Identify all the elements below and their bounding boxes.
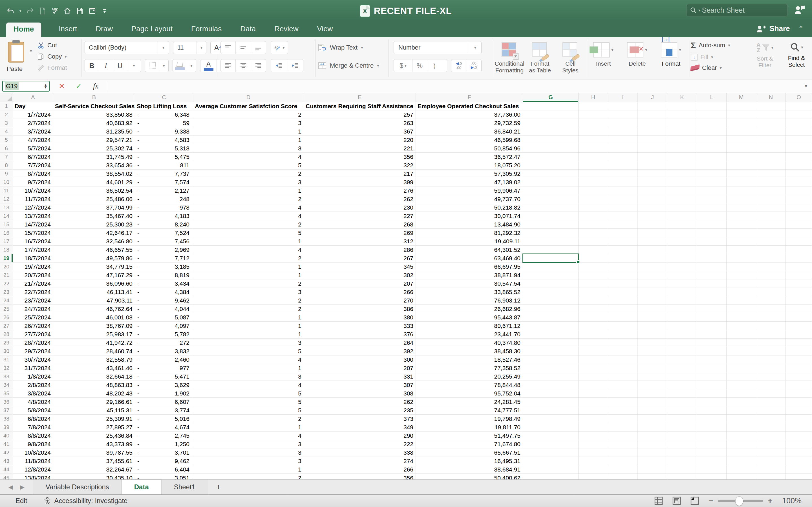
row-header-26[interactable]: 26 xyxy=(0,313,13,322)
cell-J17[interactable] xyxy=(638,237,667,245)
cell-F5[interactable]: 46,599.68 xyxy=(416,136,523,144)
cell-N26[interactable] xyxy=(756,313,786,322)
cell-J13[interactable] xyxy=(638,203,667,212)
cell-K12[interactable] xyxy=(667,195,697,203)
cell-J19[interactable] xyxy=(638,254,667,263)
row-header-35[interactable]: 35 xyxy=(0,389,13,398)
cell-M3[interactable] xyxy=(726,119,756,127)
cell-I37[interactable] xyxy=(608,406,638,414)
zoom-in-button[interactable]: + xyxy=(767,496,772,506)
cell-D25[interactable]: 2 xyxy=(193,305,304,313)
cell-N9[interactable] xyxy=(756,170,786,178)
cell-C13[interactable]: -978 xyxy=(135,203,193,212)
cell-O22[interactable] xyxy=(786,279,812,288)
cell-I12[interactable] xyxy=(608,195,638,203)
cell-O35[interactable] xyxy=(786,389,812,398)
cell-J41[interactable] xyxy=(638,440,667,448)
cell-E15[interactable]: 268 xyxy=(304,220,416,229)
cell-M22[interactable] xyxy=(726,279,756,288)
cell-L14[interactable] xyxy=(697,212,726,220)
column-header-B[interactable]: B xyxy=(53,93,135,102)
cell-H24[interactable] xyxy=(578,296,608,305)
cell-A25[interactable]: 24/7/2024 xyxy=(13,305,53,313)
cell-A35[interactable]: 3/8/2024 xyxy=(13,389,53,398)
cell-C21[interactable]: -8,819 xyxy=(135,271,193,279)
column-header-G[interactable]: G xyxy=(523,93,578,102)
cell-C12[interactable]: -248 xyxy=(135,195,193,203)
paste-caret-icon[interactable]: ▾ xyxy=(30,48,32,54)
cell-L27[interactable] xyxy=(697,322,726,330)
cell-N27[interactable] xyxy=(756,322,786,330)
cell-H12[interactable] xyxy=(578,195,608,203)
cell-O41[interactable] xyxy=(786,440,812,448)
cell-E6[interactable]: 221 xyxy=(304,144,416,153)
cell-E19[interactable]: 267 xyxy=(304,254,416,263)
cell-I41[interactable] xyxy=(608,440,638,448)
cell-D31[interactable]: 4 xyxy=(193,355,304,364)
cell-I33[interactable] xyxy=(608,372,638,381)
name-box-stepper[interactable]: ▲▼ xyxy=(44,84,47,89)
cell-A7[interactable]: 6/7/2024 xyxy=(13,153,53,161)
cell-M15[interactable] xyxy=(726,220,756,229)
cell-E35[interactable]: 308 xyxy=(304,389,416,398)
cell-A21[interactable]: 20/7/2024 xyxy=(13,271,53,279)
cell-M38[interactable] xyxy=(726,414,756,423)
search-field[interactable] xyxy=(702,6,772,14)
cell-L1[interactable] xyxy=(697,102,726,110)
cell-F30[interactable]: 38,458.30 xyxy=(416,347,523,355)
cell-J38[interactable] xyxy=(638,414,667,423)
cell-K27[interactable] xyxy=(667,322,697,330)
cell-C11[interactable]: -2,127 xyxy=(135,186,193,195)
cell-M28[interactable] xyxy=(726,330,756,339)
cell-J23[interactable] xyxy=(638,288,667,296)
column-header-O[interactable]: O xyxy=(786,93,812,102)
cell-A2[interactable]: 1/7/2024 xyxy=(13,110,53,119)
column-header-F[interactable]: F xyxy=(416,93,523,102)
paste-button[interactable] xyxy=(8,42,24,62)
cell-G39[interactable] xyxy=(523,423,578,432)
cell-L37[interactable] xyxy=(697,406,726,414)
cell-B17[interactable]: 32,546.80 xyxy=(53,237,135,245)
redo-icon[interactable] xyxy=(26,7,35,15)
cell-L28[interactable] xyxy=(697,330,726,339)
cell-N41[interactable] xyxy=(756,440,786,448)
cell-G30[interactable] xyxy=(523,347,578,355)
row-header-5[interactable]: 5 xyxy=(0,136,13,144)
cell-K42[interactable] xyxy=(667,448,697,457)
cell-F32[interactable]: 77,358.52 xyxy=(416,364,523,372)
cell-A40[interactable]: 8/8/2024 xyxy=(13,432,53,440)
decrease-decimal-button[interactable]: .00▶.0 xyxy=(466,59,481,72)
cell-K37[interactable] xyxy=(667,406,697,414)
cell-C23[interactable]: -4,384 xyxy=(135,288,193,296)
cell-M25[interactable] xyxy=(726,305,756,313)
cell-M34[interactable] xyxy=(726,381,756,389)
row-header-24[interactable]: 24 xyxy=(0,296,13,305)
column-header-N[interactable]: N xyxy=(756,93,786,102)
cell-C24[interactable]: -9,462 xyxy=(135,296,193,305)
cell-N16[interactable] xyxy=(756,229,786,237)
cell-F15[interactable]: 13,484.90 xyxy=(416,220,523,229)
cell-L15[interactable] xyxy=(697,220,726,229)
cell-G20[interactable] xyxy=(523,263,578,271)
delete-cells-button[interactable]: ✕ ▾ Delete xyxy=(623,42,651,79)
cell-H20[interactable] xyxy=(578,263,608,271)
cell-G29[interactable] xyxy=(523,339,578,347)
cell-J10[interactable] xyxy=(638,178,667,186)
cell-H25[interactable] xyxy=(578,305,608,313)
number-format-select[interactable]: Number ▾ xyxy=(394,41,481,54)
cell-G1[interactable] xyxy=(523,102,578,110)
cell-L11[interactable] xyxy=(697,186,726,195)
cell-H23[interactable] xyxy=(578,288,608,296)
cell-K16[interactable] xyxy=(667,229,697,237)
cell-N7[interactable] xyxy=(756,153,786,161)
cell-A17[interactable]: 16/7/2024 xyxy=(13,237,53,245)
cell-C39[interactable]: -4,674 xyxy=(135,423,193,432)
cell-G25[interactable] xyxy=(523,305,578,313)
cell-N32[interactable] xyxy=(756,364,786,372)
cell-N30[interactable] xyxy=(756,347,786,355)
cell-B8[interactable]: 33,654.36 xyxy=(53,161,135,170)
cell-E1[interactable]: Customers Requiring Staff Assistance xyxy=(304,102,416,110)
cell-J16[interactable] xyxy=(638,229,667,237)
cell-K32[interactable] xyxy=(667,364,697,372)
cell-L26[interactable] xyxy=(697,313,726,322)
